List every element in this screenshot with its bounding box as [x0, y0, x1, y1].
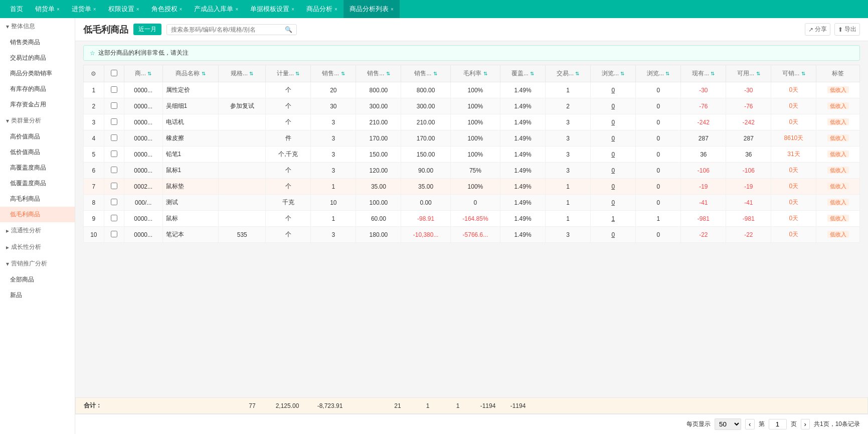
row-name[interactable]: 鼠标垫 [162, 179, 219, 195]
row-name[interactable]: 鼠标1 [162, 163, 219, 179]
close-icon[interactable]: × [334, 7, 337, 12]
close-icon[interactable]: × [291, 7, 294, 12]
sidebar-item-sales-goods[interactable]: 销售类商品 [0, 35, 75, 50]
th-sale2[interactable]: 销售... ⇅ [356, 65, 401, 82]
row-name[interactable]: 属性定价 [162, 82, 219, 98]
nav-item-home[interactable]: 首页 [4, 0, 29, 18]
row-name[interactable]: 笔记本 [162, 227, 219, 243]
filter-button[interactable]: 近一月 [133, 24, 161, 35]
row-select-checkbox[interactable] [111, 134, 117, 141]
share-button[interactable]: ↗ 分享 [805, 23, 830, 36]
row-checkbox[interactable] [104, 179, 124, 195]
sidebar-item-high-value[interactable]: 高价值商品 [0, 129, 75, 144]
close-icon[interactable]: × [391, 7, 394, 12]
row-select-checkbox[interactable] [111, 231, 117, 237]
sidebar-group-cluster[interactable]: ▾ 类群量分析 [0, 112, 75, 129]
row-select-checkbox[interactable] [111, 183, 117, 189]
row-checkbox[interactable] [104, 82, 124, 98]
sidebar-item-stock-capital[interactable]: 库存资金占用 [0, 97, 75, 112]
row-name[interactable]: 橡皮擦 [162, 130, 219, 147]
sidebar-item-high-margin[interactable]: 高毛利商品 [0, 191, 75, 207]
row-select-checkbox[interactable] [111, 215, 117, 221]
table-wrapper[interactable]: ⚙ 商... ⇅ 商品名称 ⇅ 规格... ⇅ 计量... ⇅ 销售... ⇅ … [75, 65, 868, 397]
nav-item-analysis[interactable]: 商品分析 × [300, 0, 343, 18]
row-browse1[interactable]: 0 [591, 147, 636, 163]
row-name[interactable]: 铅笔1 [162, 147, 219, 163]
row-name[interactable]: 电话机 [162, 114, 219, 130]
next-page-button[interactable]: › [801, 419, 810, 429]
th-spec[interactable]: 规格... ⇅ [219, 65, 266, 82]
th-tag[interactable]: 标签 [816, 65, 860, 82]
th-unit[interactable]: 计量... ⇅ [266, 65, 311, 82]
sidebar-group-overall[interactable]: ▾ 整体信息 [0, 18, 75, 35]
th-coverage[interactable]: 交易... ⇅ [546, 65, 591, 82]
row-checkbox[interactable] [104, 130, 124, 147]
close-icon[interactable]: × [235, 7, 238, 12]
sidebar-item-traded-goods[interactable]: 交易过的商品 [0, 50, 75, 66]
row-checkbox[interactable] [104, 114, 124, 130]
row-browse1[interactable]: 0 [591, 82, 636, 98]
sidebar-group-marketing[interactable]: ▾ 营销推广分析 [0, 255, 75, 272]
th-stock1[interactable]: 现有... ⇅ [681, 65, 726, 82]
th-stock3[interactable]: 可销... ⇅ [771, 65, 816, 82]
th-browse2[interactable]: 浏览... ⇅ [636, 65, 681, 82]
row-checkbox[interactable] [104, 211, 124, 227]
row-select-checkbox[interactable] [111, 167, 117, 173]
page-number-input[interactable] [769, 419, 787, 429]
nav-item-purchase[interactable]: 进货单 × [66, 0, 102, 18]
prev-page-button[interactable]: ‹ [745, 419, 754, 429]
row-browse1[interactable]: 0 [591, 163, 636, 179]
th-stock2[interactable]: 可用... ⇅ [726, 65, 771, 82]
row-select-checkbox[interactable] [111, 86, 117, 93]
th-margin[interactable]: 覆盖... ⇅ [500, 65, 546, 82]
th-sale3[interactable]: 销售... ⇅ [401, 65, 450, 82]
sidebar-group-flow[interactable]: ▸ 流通性分析 [0, 222, 75, 239]
select-all-checkbox[interactable] [111, 70, 117, 76]
row-checkbox[interactable] [104, 98, 124, 114]
sidebar-group-growth[interactable]: ▸ 成长性分析 [0, 239, 75, 255]
row-select-checkbox[interactable] [111, 199, 117, 205]
sidebar-item-low-value[interactable]: 低价值商品 [0, 144, 75, 160]
th-code[interactable]: 商... ⇅ [124, 65, 162, 82]
sidebar-item-all-goods[interactable]: 全部商品 [0, 272, 75, 287]
row-browse1[interactable]: 0 [591, 179, 636, 195]
row-select-checkbox[interactable] [111, 151, 117, 157]
row-browse1[interactable]: 0 [591, 195, 636, 211]
close-icon[interactable]: × [180, 7, 183, 12]
sidebar-item-low-margin[interactable]: 低毛利商品 [0, 207, 75, 222]
sidebar-item-low-coverage[interactable]: 低覆盖度商品 [0, 176, 75, 191]
row-browse1[interactable]: 0 [591, 227, 636, 243]
nav-item-analysis-list[interactable]: 商品分析列表 × [343, 0, 400, 18]
row-name[interactable]: 吴细细1 [162, 98, 219, 114]
th-gross[interactable]: 毛利率 ⇅ [450, 65, 500, 82]
search-icon[interactable]: 🔍 [285, 26, 292, 33]
th-browse1[interactable]: 浏览... ⇅ [591, 65, 636, 82]
row-name[interactable]: 测试 [162, 195, 219, 211]
search-input[interactable] [171, 26, 285, 33]
row-select-checkbox[interactable] [111, 102, 117, 109]
nav-item-template[interactable]: 单据模板设置 × [244, 0, 300, 18]
sidebar-item-new-goods[interactable]: 新品 [0, 287, 75, 303]
row-browse1[interactable]: 1 [591, 211, 636, 227]
nav-item-product-stock[interactable]: 产成品入库单 × [188, 0, 244, 18]
row-select-checkbox[interactable] [111, 118, 117, 125]
sidebar-item-category-rate[interactable]: 商品分类助销率 [0, 66, 75, 81]
sidebar-item-in-stock[interactable]: 有库存的商品 [0, 81, 75, 97]
row-checkbox[interactable] [104, 163, 124, 179]
close-icon[interactable]: × [57, 7, 60, 12]
nav-item-sales[interactable]: 销货单 × [29, 0, 66, 18]
nav-item-role[interactable]: 角色授权 × [145, 0, 189, 18]
close-icon[interactable]: × [93, 7, 96, 12]
row-checkbox[interactable] [104, 147, 124, 163]
row-name[interactable]: 鼠标 [162, 211, 219, 227]
th-name[interactable]: 商品名称 ⇅ [162, 65, 219, 82]
row-browse1[interactable]: 0 [591, 114, 636, 130]
th-checkbox[interactable] [104, 65, 124, 82]
th-settings[interactable]: ⚙ [84, 65, 104, 82]
row-checkbox[interactable] [104, 195, 124, 211]
row-browse1[interactable]: 0 [591, 98, 636, 114]
row-checkbox[interactable] [104, 227, 124, 243]
export-button[interactable]: ⬆ 导出 [834, 23, 860, 36]
close-icon[interactable]: × [136, 7, 139, 12]
row-browse1[interactable]: 0 [591, 130, 636, 147]
